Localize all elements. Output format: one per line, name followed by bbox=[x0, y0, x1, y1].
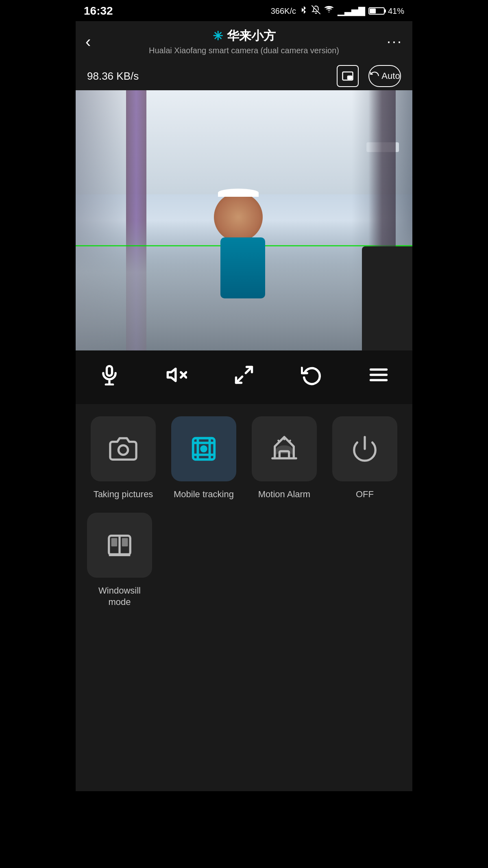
bluetooth-icon bbox=[299, 5, 308, 17]
pip-button[interactable] bbox=[337, 65, 359, 87]
camera-feed bbox=[76, 90, 412, 350]
motion-alarm-button[interactable]: Motion Alarm bbox=[248, 416, 320, 500]
divider bbox=[76, 399, 412, 404]
taking-pictures-label: Taking pictures bbox=[94, 489, 153, 500]
network-speed: 366K/c bbox=[271, 7, 296, 16]
fullscreen-button[interactable] bbox=[232, 363, 256, 387]
stream-controls: Auto bbox=[337, 65, 401, 87]
person-head bbox=[214, 193, 263, 241]
auto-label: Auto bbox=[381, 71, 400, 81]
more-options-button[interactable]: ··· bbox=[378, 33, 403, 50]
svg-rect-5 bbox=[107, 366, 112, 376]
windowsill-mode-icon-wrap bbox=[87, 513, 152, 578]
svg-rect-2 bbox=[370, 9, 376, 13]
menu-icon bbox=[366, 363, 391, 387]
mobile-tracking-label: Mobile tracking bbox=[174, 489, 234, 500]
person-body bbox=[220, 237, 265, 298]
feature-row-1: Taking pictures Mobile tr bbox=[87, 416, 401, 500]
battery-icon: 41% bbox=[368, 7, 404, 16]
windowsill-icon bbox=[105, 531, 134, 559]
alarm-icon bbox=[270, 435, 298, 463]
wifi-icon bbox=[324, 5, 334, 17]
motion-alarm-icon-wrap bbox=[252, 416, 317, 481]
power-icon bbox=[351, 435, 379, 463]
menu-button[interactable] bbox=[366, 363, 391, 387]
windowsill-mode-button[interactable]: Windowsillmode bbox=[87, 513, 152, 608]
stream-bar: 98.36 KB/s Auto bbox=[76, 62, 412, 90]
svg-rect-33 bbox=[122, 538, 128, 546]
stream-speed: 98.36 KB/s bbox=[87, 70, 139, 83]
motion-alarm-label: Motion Alarm bbox=[258, 489, 310, 500]
svg-point-18 bbox=[200, 445, 207, 452]
taking-pictures-icon-wrap bbox=[91, 416, 156, 481]
notification-mute-icon bbox=[312, 5, 320, 17]
svg-rect-32 bbox=[111, 538, 118, 546]
nav-title-block: ✳ 华来小方 Hualai Xiaofang smart camera (dua… bbox=[110, 28, 378, 55]
camera-icon bbox=[109, 435, 137, 463]
svg-rect-4 bbox=[348, 76, 352, 79]
status-right-icons: 366K/c ▁▃▅▇ 41% bbox=[271, 5, 404, 17]
microphone-button[interactable] bbox=[97, 363, 122, 387]
status-bar: 16:32 366K/c ▁▃▅▇ 41% bbox=[76, 0, 412, 21]
dark-object bbox=[362, 246, 412, 350]
volume-mute-button[interactable] bbox=[164, 363, 189, 387]
fullscreen-icon bbox=[232, 363, 256, 387]
svg-marker-8 bbox=[168, 369, 176, 381]
back-button[interactable]: ‹ bbox=[85, 33, 110, 51]
windowsill-mode-label: Windowsillmode bbox=[98, 585, 141, 608]
microphone-icon bbox=[97, 363, 122, 387]
taking-pictures-button[interactable]: Taking pictures bbox=[87, 416, 159, 500]
feature-row-2: Windowsillmode bbox=[87, 513, 401, 608]
feature-section: Taking pictures Mobile tr bbox=[76, 404, 412, 629]
replay-icon bbox=[299, 363, 324, 387]
mobile-tracking-icon-wrap bbox=[171, 416, 236, 481]
off-label: OFF bbox=[356, 489, 374, 500]
volume-mute-icon bbox=[164, 363, 189, 387]
off-icon-wrap bbox=[332, 416, 397, 481]
status-time: 16:32 bbox=[84, 4, 113, 17]
control-bar bbox=[76, 350, 412, 399]
mobile-tracking-button[interactable]: Mobile tracking bbox=[168, 416, 240, 500]
signal-icon: ▁▃▅▇ bbox=[338, 6, 365, 16]
svg-rect-1 bbox=[384, 9, 386, 13]
app-title: ✳ 华来小方 bbox=[110, 28, 378, 44]
bottom-padding bbox=[76, 629, 412, 791]
hat bbox=[218, 189, 259, 197]
auto-button[interactable]: Auto bbox=[368, 65, 401, 87]
tracking-icon bbox=[190, 435, 218, 463]
replay-button[interactable] bbox=[299, 363, 324, 387]
device-subtitle: Hualai Xiaofang smart camera (dual camer… bbox=[110, 46, 378, 55]
nav-bar: ‹ ✳ 华来小方 Hualai Xiaofang smart camera (d… bbox=[76, 21, 412, 62]
app-logo-icon: ✳ bbox=[213, 29, 223, 43]
off-button[interactable]: OFF bbox=[329, 416, 401, 500]
person-in-feed bbox=[194, 193, 283, 298]
svg-point-16 bbox=[118, 445, 128, 455]
